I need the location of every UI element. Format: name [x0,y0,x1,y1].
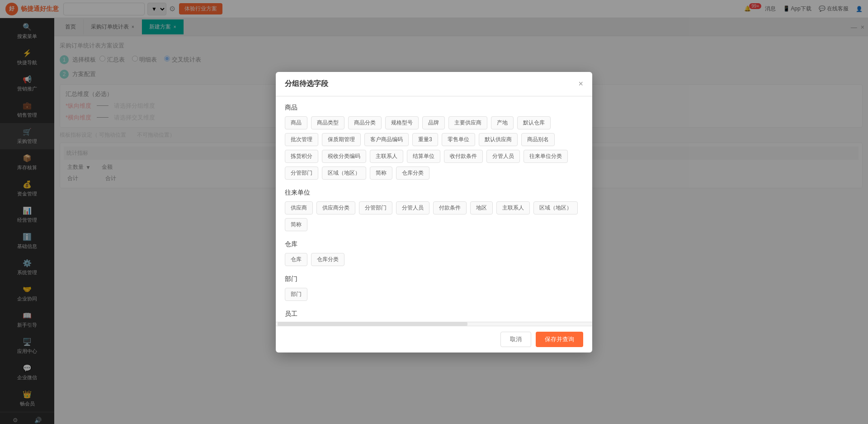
field-tag[interactable]: 保质期管理 [322,133,361,146]
field-tag[interactable]: 地区 [470,201,493,214]
field-tag[interactable]: 默认供应商 [479,133,518,146]
section-department-tags: 部门 [285,288,583,301]
field-tag[interactable]: 默认仓库 [517,116,551,129]
horizontal-scrollbar[interactable] [276,322,592,326]
app-container: 好 畅捷通好生意 ▼ ⚙ 体验行业方案 🔔99+ 消息 📱 App下载 [0,0,868,424]
section-employee: 员工 业务员 [285,310,583,322]
field-tag[interactable]: 主要供应商 [448,116,487,129]
field-tag[interactable]: 税收分类编码 [322,150,366,163]
section-warehouse-tags: 仓库 仓库分类 [285,253,583,266]
section-department-title: 部门 [285,275,583,283]
section-product: 商品 商品 商品类型 商品分类 规格型号 品牌 主要供应商 产地 默认仓库 批次… [285,104,583,180]
field-tag[interactable]: 仓库分类 [396,167,429,180]
field-tag[interactable]: 仓库 [285,253,307,266]
field-tag[interactable]: 分管人员 [396,201,429,214]
field-select-dialog: 分组待选字段 × 商品 商品 商品类型 商品分类 规格型号 品牌 主要供应商 产… [276,72,592,353]
section-warehouse-title: 仓库 [285,240,583,248]
dialog-title: 分组待选字段 [285,79,328,89]
field-tag[interactable]: 分管部门 [285,167,318,180]
field-tag[interactable]: 商品类型 [311,116,344,129]
field-tag[interactable]: 分管部门 [359,201,392,214]
dialog-footer: 取消 保存并查询 [276,326,592,353]
dialog-overlay: 分组待选字段 × 商品 商品 商品类型 商品分类 规格型号 品牌 主要供应商 产… [0,0,868,424]
field-tag[interactable]: 重量3 [412,133,438,146]
field-tag[interactable]: 商品 [285,116,307,129]
field-tag[interactable]: 结算单位 [407,150,440,163]
dialog-header: 分组待选字段 × [276,72,592,96]
field-tag[interactable]: 收付款条件 [444,150,483,163]
field-tag[interactable]: 品牌 [422,116,445,129]
field-tag[interactable]: 零售单位 [442,133,475,146]
section-department: 部门 部门 [285,275,583,301]
field-tag[interactable]: 供应商 [285,201,313,214]
field-tag[interactable]: 批次管理 [285,133,318,146]
field-tag[interactable]: 商品别名 [521,133,555,146]
confirm-button[interactable]: 保存并查询 [536,332,583,347]
section-employee-title: 员工 [285,310,583,318]
field-tag[interactable]: 付款条件 [433,201,467,214]
cancel-button[interactable]: 取消 [500,332,531,347]
field-tag[interactable]: 分管人员 [486,150,520,163]
field-tag[interactable]: 部门 [285,288,307,301]
dialog-close-btn[interactable]: × [578,79,583,89]
field-tag[interactable]: 往来单位分类 [524,150,568,163]
field-tag[interactable]: 区域（地区） [322,167,366,180]
field-tag[interactable]: 客户商品编码 [364,133,409,146]
field-tag[interactable]: 主联系人 [496,201,530,214]
field-tag[interactable]: 简称 [370,167,392,180]
field-tag[interactable]: 仓库分类 [311,253,344,266]
section-product-title: 商品 [285,104,583,112]
section-warehouse: 仓库 仓库 仓库分类 [285,240,583,266]
section-counterpart-tags: 供应商 供应商分类 分管部门 分管人员 付款条件 地区 主联系人 区域（地区） … [285,201,583,231]
field-tag[interactable]: 拣货积分 [285,150,318,163]
section-counterpart-title: 往来单位 [285,189,583,197]
section-product-tags: 商品 商品类型 商品分类 规格型号 品牌 主要供应商 产地 默认仓库 批次管理 … [285,116,583,180]
field-tag[interactable]: 区域（地区） [533,201,578,214]
field-tag[interactable]: 规格型号 [385,116,419,129]
dialog-body: 商品 商品 商品类型 商品分类 规格型号 品牌 主要供应商 产地 默认仓库 批次… [276,96,592,322]
field-tag[interactable]: 简称 [285,218,307,231]
field-tag[interactable]: 主联系人 [370,150,403,163]
section-counterpart: 往来单位 供应商 供应商分类 分管部门 分管人员 付款条件 地区 主联系人 区域… [285,189,583,231]
field-tag[interactable]: 商品分类 [348,116,382,129]
field-tag[interactable]: 供应商分类 [316,201,355,214]
field-tag[interactable]: 产地 [491,116,514,129]
